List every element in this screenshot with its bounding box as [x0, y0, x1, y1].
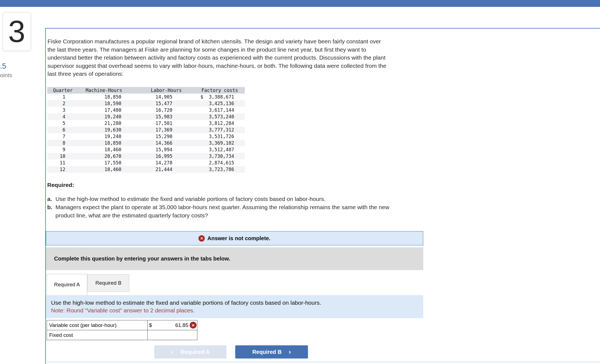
table-cell: 9 [47, 146, 80, 153]
table-cell: 3,723,786 [185, 166, 245, 173]
table-row: 818,85014,3663,369,102 [47, 140, 245, 146]
table-row: 619,63017,3693,777,312 [47, 127, 245, 133]
table-cell: 17,480 [80, 107, 126, 113]
table-row: 1117,55014,2782,874,615 [47, 159, 245, 166]
table-cell: 20,670 [80, 153, 126, 159]
table-cell: 11 [47, 159, 80, 166]
column-header-quarter: Quarter [47, 87, 80, 94]
table-cell: 15,290 [126, 133, 185, 140]
table-row: 918,46015,9943,512,487 [47, 146, 245, 153]
tab-required-a-label: Required A [54, 282, 80, 288]
table-cell: 6 [47, 127, 80, 133]
table-cell: 14,278 [126, 159, 185, 166]
table-cell: 15,994 [126, 146, 185, 153]
table-cell: 3 [47, 107, 80, 113]
x-circle-icon: ✕ [198, 235, 205, 242]
table-cell: 16,995 [126, 153, 185, 159]
required-heading: Required: [47, 182, 74, 188]
chevron-right-icon: › [289, 349, 291, 355]
next-required-b-button[interactable]: Required B › [235, 345, 308, 359]
variable-cost-value: 61.85 [152, 322, 190, 328]
required-item-b: b. Managers expect the plant to operate … [47, 203, 389, 219]
answer-label-variable-cost: Variable cost (per labor-hour) [47, 320, 148, 330]
question-number-box: 3 [3, 12, 31, 51]
required-item-b-label: b. [47, 203, 55, 219]
tab-panel-instruction: Use the high-low method to estimate the … [51, 299, 423, 307]
table-cell: 5 [47, 120, 80, 127]
tab-panel-note: Note: Round "Variable cost" answer to 2 … [51, 307, 423, 314]
currency-symbol: $ [149, 322, 152, 328]
column-header-labor-hours: Labor-Hours [126, 87, 185, 94]
instruction-box: Complete this question by entering your … [46, 247, 423, 270]
table-cell: 3,730,734 [185, 153, 245, 159]
table-row: 317,48016,7203,617,144 [47, 107, 245, 113]
table-cell: 18,850 [80, 94, 126, 100]
required-item-b-text: Managers expect the plant to operate at … [55, 203, 389, 219]
tab-required-b-label: Required B [95, 280, 121, 286]
column-header-factory-costs: Factory costs [185, 87, 245, 94]
table-cell: 18,590 [80, 100, 126, 107]
table-row: 1020,67016,9953,730,734 [47, 153, 245, 159]
table-cell: 1 [47, 94, 80, 100]
question-number: 3 [8, 16, 25, 47]
table-header: Quarter Machine-Hours Labor-Hours Factor… [47, 87, 245, 94]
table-cell: 3,573,240 [185, 113, 245, 120]
points-label: oints [0, 72, 12, 79]
tab-instruction-panel: Use the high-low method to estimate the … [46, 295, 423, 318]
answer-status-text: Answer is not complete. [207, 235, 270, 242]
table-cell: 21,280 [80, 120, 126, 127]
table-row: 118,85014,905$ 3,388,671 [47, 94, 245, 100]
required-item-a: a. Use the high-low method to estimate t… [47, 195, 326, 203]
table-cell: 17,369 [126, 127, 185, 133]
required-item-a-label: a. [47, 195, 55, 203]
table-cell: 3,512,487 [185, 146, 245, 153]
table-cell: 18,850 [80, 140, 126, 146]
variable-cost-input-cell[interactable]: $ 61.85 ✕ [148, 320, 197, 330]
table-cell: 17,550 [80, 159, 126, 166]
table-cell: 18,460 [80, 146, 126, 153]
table-cell: 10 [47, 153, 80, 159]
table-cell: 3,531,726 [185, 133, 245, 140]
table-cell: 3,812,284 [185, 120, 245, 127]
data-table-body: 118,85014,905$ 3,388,671218,59015,4773,4… [47, 94, 245, 173]
next-button-label: Required B [252, 349, 282, 355]
table-cell: 2,874,615 [185, 159, 245, 166]
fixed-cost-input-cell[interactable] [148, 330, 197, 340]
table-cell: 14,366 [126, 140, 185, 146]
table-cell: 19,240 [80, 133, 126, 140]
table-row: 719,24015,2903,531,726 [47, 133, 245, 140]
table-row: 521,28017,5013,812,284 [47, 120, 245, 127]
table-cell: 14,905 [126, 94, 185, 100]
previous-required-a-button[interactable]: ‹ Required A [154, 345, 226, 359]
previous-button-label: Required A [181, 349, 210, 355]
table-cell: 19,240 [80, 113, 126, 120]
table-cell: 15,477 [126, 100, 185, 107]
column-header-machine-hours: Machine-Hours [80, 87, 126, 94]
table-cell: 21,444 [126, 166, 185, 173]
table-cell: 3,617,144 [185, 107, 245, 113]
table-cell: 15,983 [126, 113, 185, 120]
answer-row-fixed-cost: Fixed cost [47, 330, 197, 340]
table-cell: 2 [47, 100, 80, 107]
incorrect-x-icon: ✕ [190, 322, 197, 329]
table-row: 419,24015,9833,573,240 [47, 113, 245, 120]
tab-required-b[interactable]: Required B [88, 274, 129, 292]
table-row: 218,59015,4773,425,136 [47, 100, 245, 107]
operations-data-table: Quarter Machine-Hours Labor-Hours Factor… [47, 87, 245, 173]
table-header-row: Quarter Machine-Hours Labor-Hours Factor… [47, 87, 245, 94]
problem-statement: Fiske Corporation manufactures a popular… [47, 37, 487, 78]
question-box-top-border [45, 28, 600, 29]
answer-table: Variable cost (per labor-hour) $ 61.85 ✕… [47, 320, 197, 340]
answer-label-fixed-cost: Fixed cost [47, 330, 148, 340]
table-cell: 3,369,102 [185, 140, 245, 146]
tab-required-a[interactable]: Required A [47, 274, 87, 295]
table-cell: 19,630 [80, 127, 126, 133]
chevron-left-icon: ‹ [171, 349, 173, 355]
table-cell: $ 3,388,671 [185, 94, 245, 100]
answer-row-variable-cost: Variable cost (per labor-hour) $ 61.85 ✕ [47, 320, 197, 330]
top-navigation-bar [0, 0, 600, 7]
table-cell: 8 [47, 140, 80, 146]
table-cell: 3,425,136 [185, 100, 245, 107]
table-cell: 16,720 [126, 107, 185, 113]
answer-status-banner: ✕ Answer is not complete. [46, 231, 423, 245]
